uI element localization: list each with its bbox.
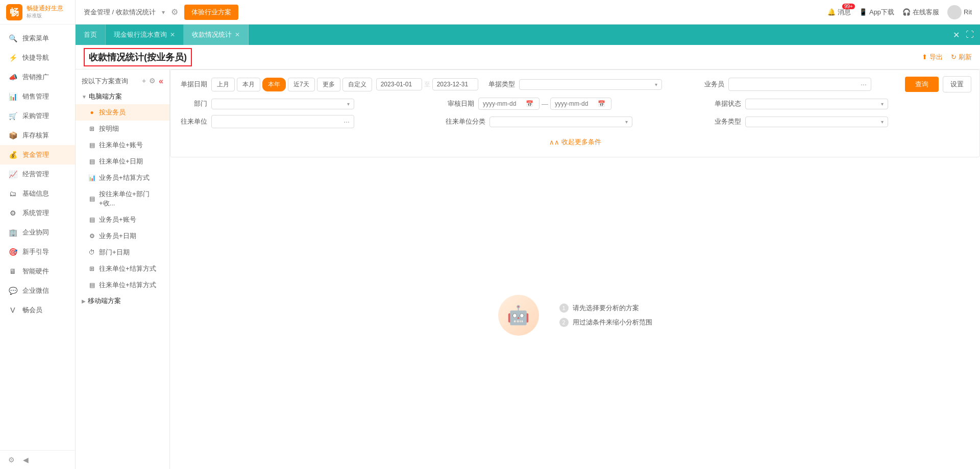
filter-row-1: 单据日期 上月 本月 本年 近7天 更多 自定义	[179, 76, 971, 92]
step-2-num: 2	[559, 318, 569, 327]
scheme-item-salesperson-icon: ●	[88, 108, 96, 116]
scheme-item-partner-settlement1[interactable]: ⊞ 往来单位+结算方式	[76, 261, 169, 277]
tab-close-all-icon[interactable]: ✕	[953, 30, 960, 40]
footer-collapse-icon[interactable]: ◀‍‍	[23, 456, 29, 464]
scheme-add-icon[interactable]: +	[142, 77, 146, 86]
scheme-item-salesperson-date[interactable]: ⚙ 业务员+日期	[76, 228, 169, 244]
header-settings-icon[interactable]: ⚙	[171, 7, 178, 17]
doc-type-arrow-icon: ▾	[655, 82, 657, 87]
finance-icon: 💰	[8, 150, 17, 159]
scheme-item-sacct-icon: ▤	[88, 216, 96, 224]
scheme-item-by-detail[interactable]: ⊞ 按明细	[76, 121, 169, 137]
biz-type-select[interactable]: ▾	[745, 116, 888, 127]
scheme-item-ps1-icon: ⊞	[88, 265, 96, 273]
scheme-item-salesperson-settlement[interactable]: 📊 业务员+结算方式	[76, 170, 169, 186]
scheme-settings-icon[interactable]: ⚙	[149, 77, 156, 86]
online-service-btn[interactable]: 🎧 在线客服	[902, 8, 939, 17]
scheme-group-pc-header[interactable]: ▼ 电脑端方案	[76, 89, 169, 104]
guide-icon: 🎯	[8, 247, 17, 256]
date-btn-last-month[interactable]: 上月	[211, 78, 235, 91]
scheme-item-salesperson-account[interactable]: ▤ 业务员+账号	[76, 212, 169, 228]
tab-bar: 首页 现金银行流水查询 ✕ 收款情况统计 ✕ ✕ ⛶	[76, 25, 980, 45]
collapse-bar[interactable]: ∧∧ 收起更多条件	[179, 133, 971, 151]
scheme-item-partner-date[interactable]: ▤ 往来单位+日期	[76, 153, 169, 170]
dept-select[interactable]: ▾	[211, 99, 354, 109]
partner-category-select[interactable]: ▾	[489, 116, 632, 127]
notification-btn[interactable]: 🔔 消息 99+	[827, 8, 851, 17]
inventory-icon: 📦	[8, 131, 17, 140]
scheme-item-detail-icon: ⊞	[88, 125, 96, 133]
doc-status-select[interactable]: ▾	[745, 99, 888, 109]
scheme-panel-header: 按以下方案查询 + ⚙ «	[76, 74, 169, 89]
tab-receipts-close[interactable]: ✕	[235, 31, 240, 38]
tab-expand-icon[interactable]: ⛶	[966, 30, 974, 39]
sidebar-item-enterprise[interactable]: 🏢 企业协同	[0, 223, 75, 242]
service-icon: 🎧	[902, 8, 911, 16]
date-btn-custom[interactable]: 自定义	[342, 78, 372, 91]
scheme-panel-actions: + ⚙ «	[142, 77, 163, 86]
baseinfo-icon: 🗂	[8, 189, 17, 198]
scheme-group-mobile-header[interactable]: ▶ 移动端方案	[76, 293, 169, 309]
scheme-item-partner-account[interactable]: ▤ 往来单位+账号	[76, 137, 169, 153]
breadcrumb-dropdown-icon[interactable]: ▾	[162, 9, 165, 16]
scheme-group-mobile-arrow: ▶	[82, 298, 86, 304]
sidebar-item-operations[interactable]: 📈 经营管理	[0, 165, 75, 184]
scheme-group-mobile: ▶ 移动端方案	[76, 293, 169, 309]
export-btn[interactable]: ⬆ 导出	[922, 53, 943, 62]
biz-type-label: 业务类型	[713, 117, 741, 126]
sidebar-item-marketing[interactable]: 📣 营销推广	[0, 67, 75, 87]
calendar-from-icon[interactable]: 📅	[526, 100, 533, 107]
calendar-to-icon[interactable]: 📅	[598, 100, 605, 107]
footer-settings-icon[interactable]: ⚙	[8, 456, 15, 464]
sidebar-item-sales[interactable]: 📊 销售管理	[0, 87, 75, 106]
tab-home[interactable]: 首页	[76, 25, 106, 45]
date-btn-this-month[interactable]: 本月	[237, 78, 260, 91]
review-date-from-wrapper[interactable]: 📅	[478, 98, 540, 110]
scheme-item-pd-icon: ▤	[88, 157, 96, 166]
app-download-icon: 📱	[859, 8, 867, 16]
sidebar-item-search[interactable]: 🔍 搜索菜单	[0, 29, 75, 48]
scheme-item-partner-dept[interactable]: ▤ 按往来单位+部门+收...	[76, 186, 169, 212]
review-date-to-input[interactable]	[555, 100, 596, 107]
app-download-btn[interactable]: 📱 App下载	[859, 8, 894, 17]
review-date-to-wrapper[interactable]: 📅	[550, 98, 611, 110]
sidebar-item-purchase[interactable]: 🛒 采购管理	[0, 106, 75, 126]
main-area: 资金管理 / 收款情况统计 ▾ ⚙ 体验行业方案 🔔 消息 99+ 📱 App下…	[76, 0, 980, 469]
user-profile[interactable]: Rit	[947, 5, 972, 19]
date-btn-this-year[interactable]: 本年	[262, 78, 286, 91]
query-btn[interactable]: 查询	[905, 77, 939, 92]
sidebar-item-hardware[interactable]: 🖥 智能硬件	[0, 262, 75, 281]
tab-receipts[interactable]: 收款情况统计 ✕	[184, 25, 249, 45]
date-to-input[interactable]	[432, 78, 478, 90]
sidebar-item-wechat[interactable]: 💬 企业微信	[0, 281, 75, 300]
sidebar-item-quicknav[interactable]: ⚡ 快捷导航	[0, 48, 75, 67]
dept-arrow-icon: ▾	[347, 101, 350, 107]
sidebar-item-inventory[interactable]: 📦 库存核算	[0, 126, 75, 145]
industry-btn[interactable]: 体验行业方案	[184, 5, 238, 20]
tab-bank[interactable]: 现金银行流水查询 ✕	[106, 25, 184, 45]
hardware-icon: 🖥	[8, 267, 17, 276]
review-date-from-input[interactable]	[483, 100, 524, 107]
scheme-collapse-icon[interactable]: «	[159, 77, 163, 86]
refresh-btn[interactable]: ↻ 刷新	[951, 53, 972, 62]
filter-partner-group: 往来单位 ···	[179, 115, 437, 128]
scheme-item-partner-settlement2[interactable]: ▤ 往来单位+结算方式	[76, 277, 169, 293]
salesperson-dots[interactable]: ···	[861, 80, 867, 88]
partner-select[interactable]: ···	[211, 115, 354, 128]
scheme-item-by-salesperson[interactable]: ● 按业务员	[76, 104, 169, 121]
date-btn-7days[interactable]: 近7天	[288, 78, 315, 91]
sidebar-item-finance[interactable]: 💰 资金管理	[0, 145, 75, 165]
doc-type-select[interactable]: ▾	[519, 79, 662, 90]
date-from-input[interactable]	[376, 78, 422, 90]
sidebar-item-member[interactable]: V 畅会员	[0, 300, 75, 320]
sidebar-item-system[interactable]: ⚙ 系统管理	[0, 203, 75, 223]
tab-bank-close[interactable]: ✕	[170, 31, 175, 38]
review-date-inputs: 📅 — 📅	[478, 98, 611, 110]
scheme-item-dept-date[interactable]: ⏱ 部门+日期	[76, 244, 169, 261]
date-btn-more[interactable]: 更多	[317, 78, 340, 91]
sidebar-item-baseinfo[interactable]: 🗂 基础信息	[0, 184, 75, 203]
settings-btn[interactable]: 设置	[943, 76, 971, 92]
sidebar-item-guide[interactable]: 🎯 新手引导	[0, 242, 75, 262]
salesperson-select[interactable]: ···	[728, 78, 871, 91]
partner-dots[interactable]: ···	[344, 118, 350, 126]
